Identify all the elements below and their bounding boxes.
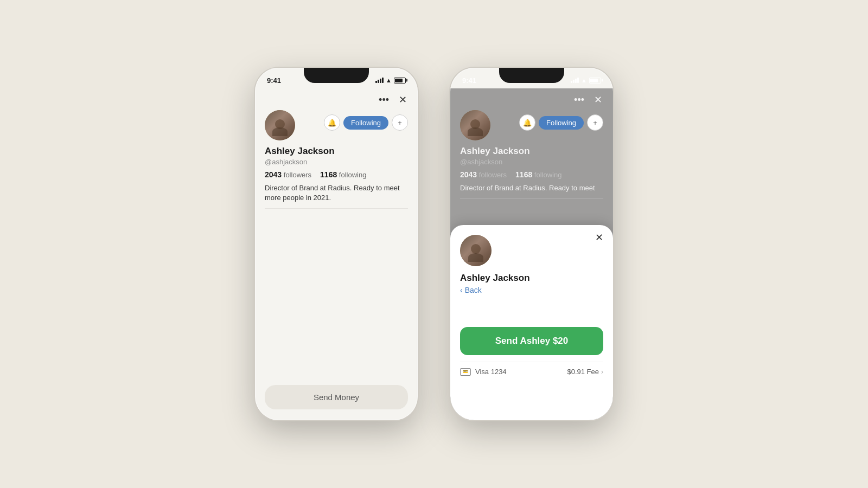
profile-actions-1: 🔔 Following + [324,114,408,131]
back-link[interactable]: ‹ Back [460,286,603,294]
profile-actions-2: 🔔 Following + [519,114,603,131]
top-actions-1: ••• ✕ [265,88,408,110]
send-ashley-button[interactable]: Send Ashley $20 [460,327,603,355]
top-actions-2: ••• ✕ [460,88,603,110]
battery-icon-2 [589,78,601,84]
profile-top-1: 🔔 Following + [265,110,408,140]
modal-close-button[interactable]: ✕ [595,233,603,242]
screen-1: ••• ✕ 🔔 Following + Ashley Jackson @ashj… [255,88,418,420]
status-time-1: 9:41 [267,76,281,85]
profile-bio-2: Director of Brand at Radius. Ready to me… [460,183,603,193]
profile-handle-2: @ashjackson [460,158,603,166]
fee-label: $0.91 Fee [567,368,599,376]
profile-handle-1: @ashjackson [265,158,408,166]
payment-right: $0.91 Fee › [567,368,603,376]
back-chevron-icon: ‹ [460,286,463,294]
phone-2: 9:41 ▲ ••• ✕ [450,68,613,420]
screen-2: ••• ✕ 🔔 Following + Ashley Jackson @ashj… [450,88,613,420]
card-label: Visa 1234 [475,368,507,376]
avatar-1 [265,110,295,140]
profile-name-1: Ashley Jackson [265,146,408,157]
card-icon: 💳 [460,368,471,376]
modal-person-name: Ashley Jackson [460,273,603,284]
status-icons-1: ▲ [375,77,406,84]
profile-stats-1: 2043 followers 1168 following [265,170,408,179]
payment-info: 💳 Visa 1234 $0.91 Fee › [460,362,603,381]
profile-name-2: Ashley Jackson [460,146,603,157]
send-money-modal: ✕ Ashley Jackson ‹ Back Send Ashley $20 … [450,225,613,420]
notch-1 [304,68,369,83]
followers-stat-1: 2043 followers [265,170,311,179]
battery-icon-1 [394,78,406,84]
fee-chevron-icon: › [601,368,603,376]
followers-stat-2: 2043 followers [460,170,507,179]
payment-left: 💳 Visa 1234 [460,368,507,376]
following-button-2[interactable]: Following [539,116,584,130]
notification-bell-2[interactable]: 🔔 [519,114,535,131]
following-stat-1: 1168 following [320,170,366,179]
profile-bio-1: Director of Brand at Radius. Ready to me… [265,183,408,203]
add-button-1[interactable]: + [392,114,408,131]
signal-icon-1 [375,78,384,83]
back-label: Back [465,286,482,294]
phone-1: 9:41 ▲ ••• ✕ [255,68,418,420]
profile-section-2: 🔔 Following + Ashley Jackson @ashjackson… [460,110,603,199]
wifi-icon-2: ▲ [581,77,587,84]
signal-icon-2 [571,78,579,83]
add-button-2[interactable]: + [587,114,603,131]
profile-stats-2: 2043 followers 1168 following [460,170,603,179]
notification-bell-1[interactable]: 🔔 [324,114,340,131]
following-button-1[interactable]: Following [343,116,388,130]
send-money-button-1[interactable]: Send Money [265,385,408,409]
status-time-2: 9:41 [462,76,476,85]
close-button-1[interactable]: ✕ [398,94,408,106]
close-button-2[interactable]: ✕ [593,94,603,106]
profile-section-1: 🔔 Following + Ashley Jackson @ashjackson… [265,110,408,209]
more-button-2[interactable]: ••• [573,94,585,106]
avatar-2 [460,110,490,140]
more-button-1[interactable]: ••• [378,94,390,106]
status-icons-2: ▲ [571,77,601,84]
notch-2 [499,68,564,83]
profile-top-2: 🔔 Following + [460,110,603,140]
modal-avatar [460,235,492,266]
wifi-icon-1: ▲ [386,77,392,84]
following-stat-2: 1168 following [515,170,561,179]
